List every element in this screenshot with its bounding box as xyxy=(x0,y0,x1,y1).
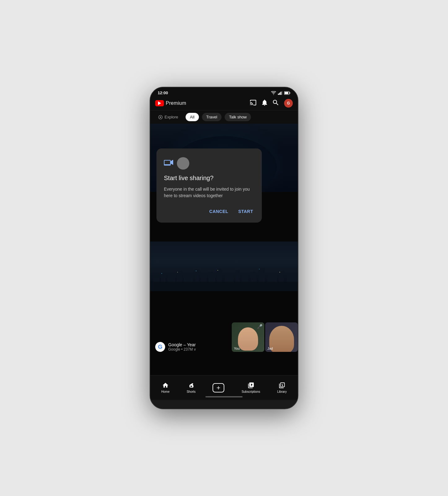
home-icon xyxy=(162,382,169,389)
phone-frame: 12:00 xyxy=(150,87,298,409)
cast-icon[interactable] xyxy=(250,100,256,107)
nav-home[interactable]: Home xyxy=(161,382,170,393)
svg-rect-2 xyxy=(280,92,281,95)
library-label: Library xyxy=(277,390,287,393)
app-title: Premium xyxy=(166,100,186,106)
svg-rect-32 xyxy=(259,269,260,269)
svg-rect-1 xyxy=(279,93,280,95)
svg-rect-24 xyxy=(267,274,277,282)
add-button[interactable] xyxy=(213,383,224,392)
svg-rect-6 xyxy=(290,92,290,94)
svg-rect-17 xyxy=(209,272,215,282)
user-avatar[interactable]: G xyxy=(284,99,293,108)
svg-rect-13 xyxy=(177,271,182,282)
chip-all-label: All xyxy=(190,115,194,119)
chip-travel-label: Travel xyxy=(206,115,217,119)
google-icon: G xyxy=(155,342,165,352)
add-icon xyxy=(216,385,221,391)
mic-active-icon: 🎤 xyxy=(257,324,262,329)
chip-talkshow-label: Talk show xyxy=(229,115,247,119)
library-icon xyxy=(279,382,285,389)
svg-rect-5 xyxy=(285,92,288,94)
svg-rect-9 xyxy=(150,282,298,291)
home-label: Home xyxy=(161,390,170,393)
dialog-title: Start live sharing? xyxy=(164,175,254,182)
start-button[interactable]: START xyxy=(237,206,254,216)
chip-talkshow[interactable]: Talk show xyxy=(225,113,251,121)
svg-rect-33 xyxy=(279,272,280,272)
svg-rect-3 xyxy=(282,91,282,95)
time-display: 12:00 xyxy=(158,91,168,95)
bell-icon[interactable] xyxy=(262,100,267,107)
svg-rect-30 xyxy=(196,271,196,271)
video-call-icon xyxy=(164,158,173,168)
svg-rect-16 xyxy=(200,276,207,282)
filter-row: Explore All Travel Talk show xyxy=(150,110,298,124)
yt-logo: Premium xyxy=(155,100,186,106)
dialog-body: Everyone in the call will be invited to … xyxy=(164,186,254,199)
svg-rect-25 xyxy=(279,271,284,282)
svg-rect-19 xyxy=(225,273,233,282)
live-sharing-dialog: Start live sharing? Everyone in the call… xyxy=(156,148,262,223)
svg-rect-31 xyxy=(217,270,218,271)
svg-rect-12 xyxy=(167,276,175,282)
dialog-actions: CANCEL START xyxy=(164,206,254,216)
call-thumb-jad: Jad xyxy=(265,322,298,352)
dialog-icons xyxy=(164,157,254,170)
content-area: Start live sharing? Everyone in the call… xyxy=(150,124,298,400)
subscriptions-label: Subscriptions xyxy=(242,390,260,393)
svg-rect-28 xyxy=(161,273,162,274)
jad-label: Jad xyxy=(267,347,273,350)
nav-library[interactable]: Library xyxy=(277,382,287,393)
nav-subscriptions[interactable]: Subscriptions xyxy=(242,382,260,393)
svg-rect-27 xyxy=(293,273,298,282)
chip-explore[interactable]: Explore xyxy=(154,113,182,121)
svg-rect-15 xyxy=(195,269,199,282)
chip-explore-label: Explore xyxy=(165,115,178,119)
svg-rect-20 xyxy=(235,270,240,282)
svg-rect-26 xyxy=(287,276,294,282)
cancel-button[interactable]: CANCEL xyxy=(208,206,230,216)
svg-rect-18 xyxy=(217,269,222,282)
city-background xyxy=(150,241,298,291)
top-nav: Premium xyxy=(150,96,298,110)
svg-rect-23 xyxy=(259,268,265,282)
svg-rect-21 xyxy=(242,275,248,282)
shorts-icon xyxy=(188,382,195,389)
subscriptions-icon xyxy=(248,382,254,389)
nav-shorts[interactable]: Shorts xyxy=(187,382,195,393)
gesture-bar xyxy=(205,396,243,397)
you-label: You xyxy=(234,347,240,350)
svg-rect-10 xyxy=(153,277,160,282)
svg-rect-11 xyxy=(161,272,166,282)
youtube-icon xyxy=(155,100,164,106)
compass-icon xyxy=(158,115,163,119)
signal-icon xyxy=(278,91,282,95)
svg-rect-14 xyxy=(184,274,193,282)
svg-rect-0 xyxy=(278,94,279,95)
city-skyline xyxy=(150,266,298,291)
search-icon[interactable] xyxy=(273,100,279,107)
battery-icon xyxy=(284,91,290,95)
call-thumbnails: 🎤 You Jad xyxy=(232,322,298,352)
svg-marker-8 xyxy=(160,117,161,118)
shorts-label: Shorts xyxy=(187,390,195,393)
svg-rect-22 xyxy=(251,272,257,282)
nav-icons: G xyxy=(250,99,293,108)
status-icons xyxy=(271,91,290,95)
profile-circle xyxy=(177,157,189,170)
svg-rect-29 xyxy=(177,272,178,272)
wifi-icon xyxy=(271,91,276,95)
chip-travel[interactable]: Travel xyxy=(202,113,222,121)
chip-all[interactable]: All xyxy=(186,113,199,121)
call-thumb-you: 🎤 You xyxy=(232,322,264,352)
nav-add[interactable] xyxy=(213,383,224,392)
status-bar: 12:00 xyxy=(150,87,298,96)
